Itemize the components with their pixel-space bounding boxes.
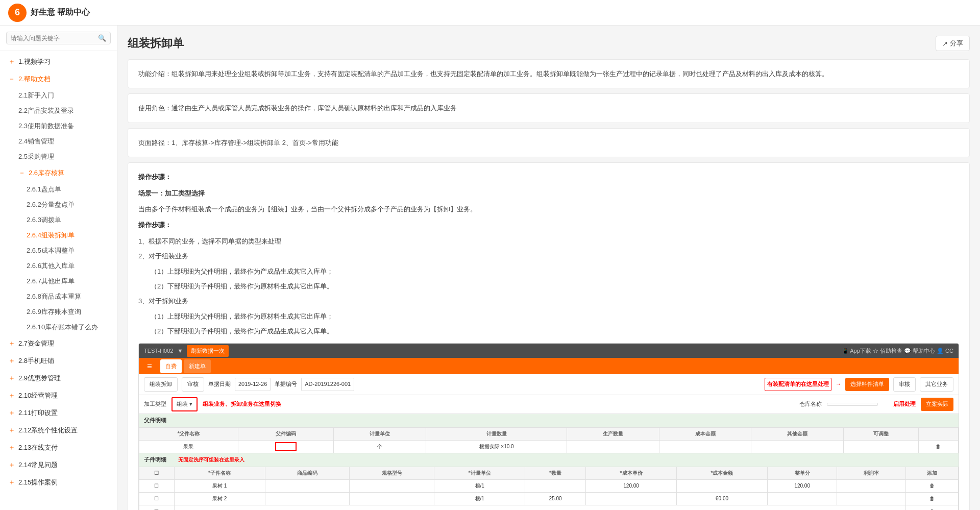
cell-action: 🗑	[918, 440, 958, 453]
th-other: 其他金额	[751, 427, 844, 440]
lth-op: 添加	[905, 467, 958, 479]
sidebar-item-2-6-3[interactable]: 2.6.3调拨单	[0, 212, 117, 228]
sidebar-item-2-5[interactable]: 2.5采购管理	[0, 149, 117, 164]
sidebar-item-2-9[interactable]: ＋ 2.9优惠券管理	[0, 370, 117, 387]
lower-table: ☐ *子件名称 商品编码 规格型号 *计量单位 *数量 *成本单价 *成本金额 …	[139, 467, 959, 510]
search-box[interactable]: 🔍	[6, 32, 111, 44]
lth-spec: 规格型号	[350, 467, 434, 479]
lth-check: ☐	[139, 467, 175, 479]
operations-card: 操作步骤： 场景一：加工类型选择 当由多个子件材料组装成一个成品的业务为【组装】…	[128, 162, 970, 510]
table-row: ☐🗑	[139, 505, 959, 510]
warehouse-label: 仓库名称	[799, 399, 822, 409]
tab-new[interactable]: 新建单	[184, 359, 211, 374]
sidebar-item-2[interactable]: － 2.帮助文档	[0, 70, 117, 88]
sidebar-item-2-6-2[interactable]: 2.6.2分量盘点单	[0, 197, 117, 212]
sidebar-item-2-8[interactable]: ＋ 2.8手机旺铺	[0, 352, 117, 370]
step2-2: （2）下部明细为子件明细，最终作为原材料生成其它出库单。	[151, 280, 959, 292]
sidebar-item-2-13[interactable]: ＋ 2.13在线支付	[0, 439, 117, 456]
sidebar-toggle-icon[interactable]: ☰	[144, 360, 155, 373]
search-input[interactable]	[11, 35, 98, 42]
lth-code: 商品编码	[265, 467, 350, 479]
cell-cost-amt	[659, 440, 751, 453]
sidebar-item-2-6-8[interactable]: 2.6.8商品成本重算	[0, 289, 117, 304]
date-label: 单据日期	[208, 379, 231, 390]
hint-label-2: 组装业务、拆卸业务在这里切换	[203, 399, 281, 409]
share-button[interactable]: ↗ 分享	[936, 36, 970, 51]
mock-toolbar-row: 组装拆卸 审核 单据日期 2019-12-26 单据编号 AD-20191226…	[139, 374, 959, 395]
code-input[interactable]: AD-20191226-001	[301, 378, 354, 391]
sidebar-item-2-6-4[interactable]: 2.6.4组装拆卸单	[0, 228, 117, 243]
scene1-title: 场景一：加工类型选择	[138, 189, 205, 197]
table-row: 果果 个 根据实际 ×10.0 🗑	[139, 440, 959, 453]
table-row: ☐ 果树 1 根/1 120.00 120.00 🗑	[139, 479, 959, 492]
sidebar-item-2-7[interactable]: ＋ 2.7资金管理	[0, 335, 117, 352]
date-input[interactable]: 2019-12-26	[235, 378, 271, 391]
plus-icon-2-10: ＋	[8, 391, 15, 400]
lth-uamount: *成本金额	[677, 467, 768, 479]
th-prod-qty: 生产数量	[567, 427, 659, 440]
th-cost: 成本金额	[659, 427, 751, 440]
hint-label-4: 无固定洗序可组装在这里录入	[178, 457, 244, 463]
sidebar-item-2-12[interactable]: ＋ 2.12系统个性化设置	[0, 422, 117, 439]
search-area: 🔍	[0, 26, 117, 51]
sidebar-item-2-11[interactable]: ＋ 2.11打印设置	[0, 404, 117, 422]
th-parent-name: *父件名称	[139, 427, 238, 440]
sidebar-item-2-6-5[interactable]: 2.6.5成本调整单	[0, 243, 117, 258]
path-text: 页面路径：1、库存核算->库存管理->组装拆卸单 2、首页->常用功能	[138, 139, 338, 147]
plus-icon-2-9: ＋	[8, 374, 15, 383]
sidebar-item-2-14[interactable]: ＋ 2.14常见问题	[0, 456, 117, 474]
btn-other[interactable]: 其它业务	[920, 377, 953, 392]
sidebar-item-2-15[interactable]: ＋ 2.15操作案例	[0, 474, 117, 491]
sidebar-item-2-6-7[interactable]: 2.6.7其他出库单	[0, 274, 117, 289]
sidebar-item-2-6-10[interactable]: 2.6.10库存账本错了么办	[0, 320, 117, 335]
intro-text: 功能介绍：组装拆卸单用来处理企业组装或拆卸等加工业务，支持有固定装配清单的产品加…	[138, 70, 828, 78]
page-title: 组装拆卸单	[128, 36, 184, 51]
search-icon[interactable]: 🔍	[98, 34, 106, 42]
step2-1: （1）上部明细为父件明细，最终作为产成品生成其它入库单；	[151, 265, 959, 277]
sidebar-item-2-2[interactable]: 2.2产品安装及登录	[0, 103, 117, 118]
plus-icon-2-11: ＋	[8, 408, 15, 418]
mock-toolbar-row2: 加工类型 组装 ▾ 组装业务、拆卸业务在这里切换 仓库名称 启用处理 立案实际	[139, 395, 959, 414]
tab-zifei[interactable]: 自费	[160, 359, 182, 374]
sidebar-item-2-6-6[interactable]: 2.6.6其他入库单	[0, 258, 117, 274]
logo-area: 6 好生意 帮助中心	[8, 4, 90, 22]
type-label: 加工类型	[144, 399, 166, 409]
code-label: 单据编号	[275, 379, 297, 390]
toolbar-btn-refresh[interactable]: 刷新数据一次	[187, 345, 229, 357]
sidebar-item-2-1[interactable]: 2.1新手入门	[0, 88, 117, 103]
sidebar-item-2-6-1[interactable]: 2.6.1盘点单	[0, 182, 117, 197]
btn-approve2[interactable]: 审核	[893, 377, 916, 392]
sidebar-item-2-4[interactable]: 2.4销售管理	[0, 134, 117, 149]
lth-split: 整单分	[768, 467, 837, 479]
warehouse-input[interactable]	[827, 403, 878, 406]
cell-adjustable	[844, 440, 919, 453]
sidebar-item-2-6[interactable]: － 2.6库存核算	[0, 164, 117, 182]
cell-code	[238, 440, 333, 453]
btn-zurui[interactable]: 组装拆卸	[144, 377, 178, 392]
th-qty: 计量数量	[426, 427, 567, 440]
cell-unit: 个	[334, 440, 426, 453]
lth-uprice: *成本单价	[586, 467, 677, 479]
sidebar-item-2-3[interactable]: 2.3使用前数据准备	[0, 118, 117, 134]
hint-label-1: 有装配清单的在这里处理	[765, 378, 831, 391]
path-card: 页面路径：1、库存核算->库存管理->组装拆卸单 2、首页->常用功能	[128, 128, 970, 157]
lth-profit: 利润率	[837, 467, 905, 479]
plus-icon-2-7: ＋	[8, 339, 15, 348]
btn-choose-part[interactable]: 选择料件清单	[845, 378, 889, 391]
btn-shenhe[interactable]: 审核	[182, 377, 204, 392]
type-select[interactable]: 组装 ▾	[172, 397, 198, 411]
lower-table-header: 子件明细 无固定洗序可组装在这里录入	[139, 453, 959, 467]
th-unit: 计量单位	[334, 427, 426, 440]
lth-unit: *计量单位	[434, 467, 525, 479]
sidebar-item-1[interactable]: ＋ 1.视频学习	[0, 53, 117, 70]
sidebar-item-2-10[interactable]: ＋ 2.10经营管理	[0, 387, 117, 404]
main-layout: 🔍 ＋ 1.视频学习 － 2.帮助文档 2.1新手入门 2.2产品安装及登录 2…	[0, 26, 980, 510]
screenshot-container: TEST-H002 ▼ 刷新数据一次 📱 App下载 ☆ 佰助检查 💬 帮助中心…	[138, 343, 959, 510]
btn-confirm[interactable]: 立案实际	[921, 398, 953, 411]
role-card: 使用角色：通常由生产人员或库管人员完成拆装业务的操作，库管人员确认原材料的出库和…	[128, 93, 970, 123]
logo-text: 好生意 帮助中心	[31, 7, 90, 18]
sidebar-item-2-6-9[interactable]: 2.6.9库存账本查询	[0, 304, 117, 320]
mock-app-bar: TEST-H002 ▼ 刷新数据一次 📱 App下载 ☆ 佰助检查 💬 帮助中心…	[139, 344, 959, 358]
cell-prod-qty	[567, 440, 659, 453]
sidebar: 🔍 ＋ 1.视频学习 － 2.帮助文档 2.1新手入门 2.2产品安装及登录 2…	[0, 26, 117, 510]
